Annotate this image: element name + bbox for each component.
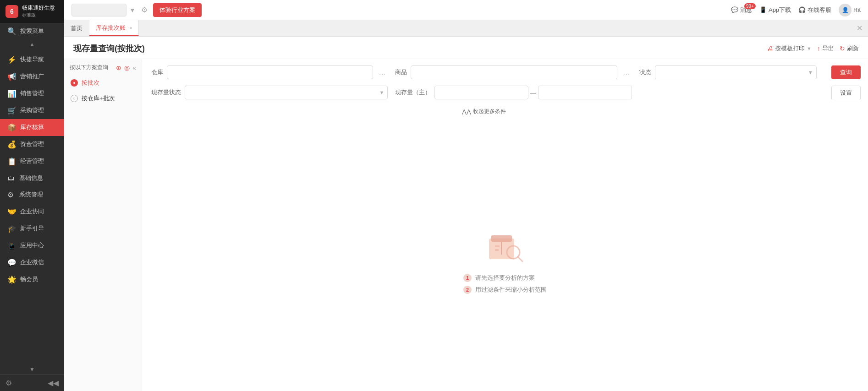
app-download-btn[interactable]: 📱 App下载	[759, 6, 791, 14]
export-btn[interactable]: ↑ 导出	[817, 44, 834, 53]
sidebar-header: 6 畅康通好生意 标准版	[0, 0, 64, 23]
goods-input[interactable]	[411, 65, 617, 79]
tab-inventory-batch[interactable]: 库存批次账 ×	[89, 20, 139, 36]
add-scheme-icon[interactable]: ⊕	[116, 64, 121, 71]
topbar-left: ▼ ⚙ 体验行业方案	[71, 3, 202, 17]
sidebar-search[interactable]: 🔍 搜索菜单	[0, 23, 64, 39]
sidebar-item-member[interactable]: 🌟 畅会员	[0, 271, 64, 288]
scheme-settings-icon[interactable]: ◎	[124, 64, 130, 71]
page-header: 现存量查询(按批次) 🖨 按模板打印 ▼ ↑ 导出 ↻ 刷新	[64, 37, 868, 59]
sidebar-item-enterprise[interactable]: 🤝 企业协同	[0, 203, 64, 220]
empty-state: 1 请先选择要分析的方案 2 用过滤条件来缩小分析范围	[142, 125, 868, 391]
messages-btn[interactable]: 💬 消息 99+	[731, 6, 752, 14]
settings-btn[interactable]: 设置	[831, 86, 861, 100]
sidebar-item-guide[interactable]: 🎓 新手引导	[0, 220, 64, 237]
export-label: 导出	[822, 44, 834, 53]
query-btn[interactable]: 查询	[831, 65, 861, 79]
tab-close-icon[interactable]: ×	[129, 25, 132, 31]
empty-hint-2: 2 用过滤条件来缩小分析范围	[463, 286, 547, 294]
scroll-down-btn[interactable]: ▼	[0, 364, 64, 375]
inventory-status-select-wrapper: 全部 ▼	[185, 86, 388, 99]
empty-hints: 1 请先选择要分析的方案 2 用过滤条件来缩小分析范围	[463, 274, 547, 294]
refresh-icon: ↻	[840, 45, 845, 52]
inventory-status-select[interactable]: 全部	[185, 86, 388, 99]
warehouse-label: 仓库	[151, 68, 163, 76]
filter-field-warehouse: 仓库 …	[151, 65, 388, 79]
inventory-amount-max[interactable]	[538, 86, 632, 99]
topbar: ▼ ⚙ 体验行业方案 💬 消息 99+ 📱 App下载 🎧 在线客服 👤 Rit	[64, 0, 868, 20]
sidebar-item-marketing[interactable]: 📢 营销推广	[0, 68, 64, 85]
hint-text-2: 用过滤条件来缩小分析范围	[475, 286, 547, 294]
sidebar-item-quick-nav[interactable]: ⚡ 快捷导航	[0, 51, 64, 68]
user-menu[interactable]: 👤 Rit	[839, 4, 861, 16]
filter-area: 仓库 … 商品 …	[142, 59, 826, 125]
online-service-btn[interactable]: 🎧 在线客服	[798, 6, 831, 14]
collapse-scheme-icon[interactable]: «	[132, 64, 136, 71]
scheme-panel: 按以下方案查询 ⊕ ◎ « ● 按批次 ○ 按仓库+批次	[64, 59, 142, 391]
topbar-right: 💬 消息 99+ 📱 App下载 🎧 在线客服 👤 Rit	[731, 4, 861, 16]
sidebar-label: 经营管理	[20, 157, 44, 165]
sidebar: 6 畅康通好生意 标准版 🔍 搜索菜单 ▲ ⚡ 快捷导航 📢 营销推广 📊 销售…	[0, 0, 64, 391]
collapse-more-btn[interactable]: ⋀⋀ 收起更多条件	[151, 106, 817, 119]
print-dropdown-icon[interactable]: ▼	[807, 46, 812, 51]
marketing-icon: 📢	[7, 72, 16, 81]
empty-hint-1: 1 请先选择要分析的方案	[463, 274, 547, 282]
warehouse-input[interactable]	[167, 65, 373, 79]
online-service-label: 在线客服	[808, 6, 831, 14]
topbar-dropdown-icon[interactable]: ▼	[129, 6, 136, 14]
close-all-icon[interactable]: ✕	[851, 24, 868, 33]
sidebar-label: 营销推广	[20, 72, 44, 81]
sidebar-item-app-center[interactable]: 📱 应用中心	[0, 237, 64, 254]
settings-icon[interactable]: ⚙	[5, 379, 12, 387]
goods-more-btn[interactable]: …	[621, 67, 632, 78]
finance-icon: 💰	[7, 140, 16, 149]
tabs-bar: 首页 库存批次账 × ✕	[64, 20, 868, 37]
filter-field-goods: 商品 …	[395, 65, 632, 79]
inventory-amount-label: 现存量（主）	[395, 88, 431, 97]
svg-rect-5	[495, 245, 500, 247]
scheme-dot-active: ●	[71, 79, 78, 87]
scheme-item-by-batch[interactable]: ● 按批次	[64, 75, 142, 91]
inventory-status-label: 现存量状态	[151, 88, 181, 97]
sidebar-label: 企业协同	[20, 207, 44, 216]
scheme-panel-icons: ⊕ ◎ «	[116, 64, 136, 71]
sidebar-item-finance[interactable]: 💰 资金管理	[0, 136, 64, 153]
right-btns: 查询 设置	[831, 59, 868, 125]
collapse-up-icon: ⋀⋀	[462, 109, 471, 115]
filter-section: 仓库 … 商品 …	[142, 59, 868, 391]
sidebar-item-system[interactable]: ⚙ 系统管理	[0, 186, 64, 203]
print-btn[interactable]: 🖨 按模板打印 ▼	[767, 44, 812, 53]
app-version: 标准版	[22, 12, 55, 18]
collapse-sidebar-icon[interactable]: ◀◀	[48, 379, 59, 387]
svg-line-4	[518, 257, 522, 261]
company-name: 畅康通好生意	[22, 5, 55, 12]
experience-btn[interactable]: 体验行业方案	[153, 3, 202, 17]
inventory-icon: 📦	[7, 123, 16, 132]
scheme-panel-header: 按以下方案查询 ⊕ ◎ «	[64, 64, 142, 75]
scheme-label: 按批次	[82, 79, 99, 87]
topbar-search-box	[71, 4, 126, 16]
export-icon: ↑	[817, 45, 820, 52]
tab-home[interactable]: 首页	[64, 20, 89, 36]
scheme-item-by-warehouse-batch[interactable]: ○ 按仓库+批次	[64, 91, 142, 106]
sidebar-label: 库存核算	[20, 123, 44, 131]
sidebar-label: 快捷导航	[20, 55, 44, 64]
sidebar-item-basic-info[interactable]: 🗂 基础信息	[0, 170, 64, 186]
warehouse-more-btn[interactable]: …	[377, 67, 388, 78]
sidebar-item-wechat[interactable]: 💬 企业微信	[0, 254, 64, 271]
messages-badge: 99+	[744, 3, 756, 9]
status-select-wrapper: 全部 ▼	[655, 65, 817, 79]
sidebar-item-inventory[interactable]: 📦 库存核算	[0, 119, 64, 136]
sidebar-item-operations[interactable]: 📋 经营管理	[0, 153, 64, 170]
filter-field-inventory-status: 现存量状态 全部 ▼	[151, 86, 388, 99]
sidebar-item-purchase[interactable]: 🛒 采购管理	[0, 102, 64, 119]
system-icon: ⚙	[7, 190, 16, 199]
status-select[interactable]: 全部	[655, 65, 817, 79]
page-title: 现存量查询(按批次)	[73, 43, 145, 54]
inventory-amount-min[interactable]	[434, 86, 528, 99]
sidebar-search-label: 搜索菜单	[20, 27, 44, 35]
sidebar-item-sales[interactable]: 📊 销售管理	[0, 85, 64, 102]
refresh-btn[interactable]: ↻ 刷新	[840, 44, 859, 53]
topbar-gear-icon[interactable]: ⚙	[141, 5, 148, 14]
scroll-up-btn[interactable]: ▲	[0, 39, 64, 49]
